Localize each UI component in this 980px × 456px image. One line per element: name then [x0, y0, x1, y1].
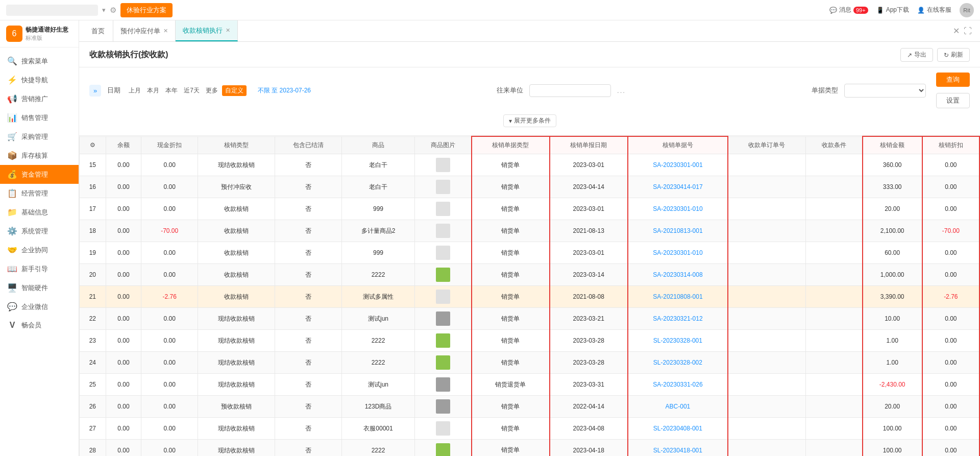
- cell-cash-discount: 0.00: [141, 374, 198, 396]
- bill-no-link[interactable]: SL-20230328-001: [653, 337, 702, 344]
- sidebar-label-inventory: 库存核算: [21, 151, 48, 160]
- bill-no-link[interactable]: SA-20230301-010: [653, 205, 702, 212]
- tab-prepay[interactable]: 预付冲应付单 ✕: [113, 20, 176, 41]
- cell-no: 15: [80, 154, 106, 176]
- online-service-button[interactable]: 👤 在线客服: [917, 6, 951, 14]
- cell-goods: 测试jun: [342, 308, 414, 330]
- cell-balance: 0.00: [106, 418, 141, 440]
- page-actions: ↗ 导出 ↻ 刷新: [900, 48, 970, 62]
- tab-home[interactable]: 首页: [83, 20, 113, 41]
- cell-receipt-condition: [805, 198, 862, 220]
- col-verify-bill-type: 核销单据类型: [472, 136, 550, 154]
- settings-button[interactable]: 设置: [936, 93, 970, 108]
- page-header: 收款核销执行(按收款) ↗ 导出 ↻ 刷新: [79, 42, 980, 67]
- cell-receipt-order-no: [728, 308, 805, 330]
- member-icon: V: [7, 321, 17, 330]
- cell-verify-discount: 0.00: [922, 176, 979, 198]
- refresh-icon: ↻: [944, 52, 949, 59]
- sidebar-item-system[interactable]: ⚙️ 系统管理: [0, 222, 79, 241]
- sidebar-item-purchase[interactable]: 🛒 采购管理: [0, 127, 79, 146]
- col-gear[interactable]: ⚙: [80, 136, 106, 154]
- tab-controls: ✕ ⛶: [949, 26, 976, 36]
- query-button[interactable]: 查询: [936, 73, 970, 87]
- cell-verify-type: 收款核销: [198, 286, 275, 308]
- expand-icon: ▾: [509, 117, 512, 125]
- sidebar-item-shortcut[interactable]: ⚡ 快捷导航: [0, 70, 79, 89]
- cell-goods-image: [414, 352, 471, 374]
- cell-verify-bill-no: SA-20230301-010: [628, 198, 728, 220]
- sidebar-label-finance: 资金管理: [21, 170, 48, 179]
- bill-no-link[interactable]: SL-20230418-001: [653, 447, 702, 454]
- cell-goods-image: [414, 220, 471, 242]
- service-icon: 👤: [917, 7, 925, 14]
- user-avatar[interactable]: Rit: [960, 3, 974, 17]
- date-more[interactable]: 更多: [204, 85, 220, 96]
- cell-settled: 否: [275, 264, 342, 286]
- sidebar-item-finance[interactable]: 💰 资金管理: [0, 165, 79, 184]
- cell-settled: 否: [275, 154, 342, 176]
- industry-button[interactable]: 休验行业方案: [120, 3, 173, 17]
- refresh-button[interactable]: ↻ 刷新: [937, 48, 970, 62]
- main-content: 首页 预付冲应付单 ✕ 收款核销执行 ✕ ✕ ⛶ 收款核销执行(按收款): [79, 20, 980, 456]
- cell-verify-discount: -70.00: [922, 220, 979, 242]
- sidebar-item-inventory[interactable]: 📦 库存核算: [0, 146, 79, 165]
- bill-type-select[interactable]: [844, 84, 926, 98]
- cell-verify-type: 现结收款核销: [198, 418, 275, 440]
- bill-no-link[interactable]: SL-20230408-001: [653, 425, 702, 432]
- cell-goods: 2222: [342, 352, 414, 374]
- date-7days[interactable]: 近7天: [182, 85, 202, 96]
- cell-verify-bill-type: 销货单: [472, 154, 550, 176]
- bill-no-link[interactable]: SA-20230414-017: [653, 183, 702, 190]
- cell-goods: 2222: [342, 440, 414, 457]
- app-download-button[interactable]: 📱 App下载: [876, 6, 909, 14]
- message-button[interactable]: 💬 消息 99+: [829, 6, 868, 14]
- tab-close-button[interactable]: ✕: [953, 26, 960, 36]
- sidebar-item-management[interactable]: 📋 经营管理: [0, 184, 79, 203]
- message-icon: 💬: [829, 7, 837, 14]
- cell-goods-image: [414, 286, 471, 308]
- date-label: 日期: [107, 86, 120, 95]
- tab-verify[interactable]: 收款核销执行 ✕: [176, 20, 238, 41]
- sidebar-item-wechat[interactable]: 💬 企业微信: [0, 297, 79, 316]
- cell-verify-amount: -2,430.00: [863, 374, 922, 396]
- cell-verify-bill-date: 2023-03-28: [550, 330, 628, 352]
- date-prev-month[interactable]: 上月: [127, 85, 143, 96]
- finance-icon: 💰: [7, 170, 17, 179]
- filter-toggle-button[interactable]: »: [89, 85, 101, 97]
- tab-prepay-close[interactable]: ✕: [163, 28, 168, 34]
- search-icon: 🔍: [7, 56, 17, 66]
- sidebar-item-member[interactable]: V 畅会员: [0, 316, 79, 334]
- sidebar-item-collab[interactable]: 🤝 企业协同: [0, 241, 79, 259]
- export-button[interactable]: ↗ 导出: [900, 48, 933, 62]
- bill-no-link[interactable]: SA-20230301-010: [653, 249, 702, 256]
- expand-conditions-button[interactable]: ▾ 展开更多条件: [503, 114, 556, 127]
- bill-no-link[interactable]: SA-20230321-012: [653, 315, 702, 322]
- sidebar-item-marketing[interactable]: 📢 营销推广: [0, 89, 79, 108]
- tab-expand-button[interactable]: ⛶: [964, 27, 972, 36]
- bill-no-link[interactable]: SA-20230301-001: [653, 161, 702, 169]
- partner-input[interactable]: [529, 84, 611, 97]
- sidebar-item-basic-info[interactable]: 📁 基础信息: [0, 203, 79, 222]
- cell-receipt-condition: [805, 264, 862, 286]
- sidebar-label-collab: 企业协同: [21, 246, 48, 255]
- tab-verify-label: 收款核销执行: [183, 26, 223, 35]
- tab-verify-close[interactable]: ✕: [226, 27, 230, 34]
- bill-no-link[interactable]: SA-20210813-001: [653, 227, 702, 234]
- sidebar-item-guide[interactable]: 📖 新手引导: [0, 259, 79, 278]
- date-custom-button[interactable]: 自定义: [222, 85, 247, 96]
- bill-no-link[interactable]: ABC-001: [666, 403, 691, 410]
- bill-no-link[interactable]: SL-20230328-002: [653, 359, 702, 366]
- search-input[interactable]: [6, 5, 98, 16]
- sidebar-item-sales[interactable]: 📊 销售管理: [0, 108, 79, 127]
- cell-no: 20: [80, 264, 106, 286]
- sidebar-item-search[interactable]: 🔍 搜索菜单: [0, 52, 79, 70]
- date-cur-year[interactable]: 本年: [163, 85, 180, 96]
- bill-no-link[interactable]: SA-20230314-008: [653, 271, 702, 278]
- bill-no-link[interactable]: SA-20230331-026: [653, 381, 702, 388]
- cell-verify-bill-date: 2023-03-01: [550, 198, 628, 220]
- bill-no-link[interactable]: SA-20210808-001: [653, 293, 702, 300]
- date-cur-month[interactable]: 本月: [145, 85, 161, 96]
- cell-cash-discount: 0.00: [141, 198, 198, 220]
- sidebar-item-hardware[interactable]: 🖥️ 智能硬件: [0, 278, 79, 297]
- gear-icon[interactable]: ⚙: [110, 6, 116, 15]
